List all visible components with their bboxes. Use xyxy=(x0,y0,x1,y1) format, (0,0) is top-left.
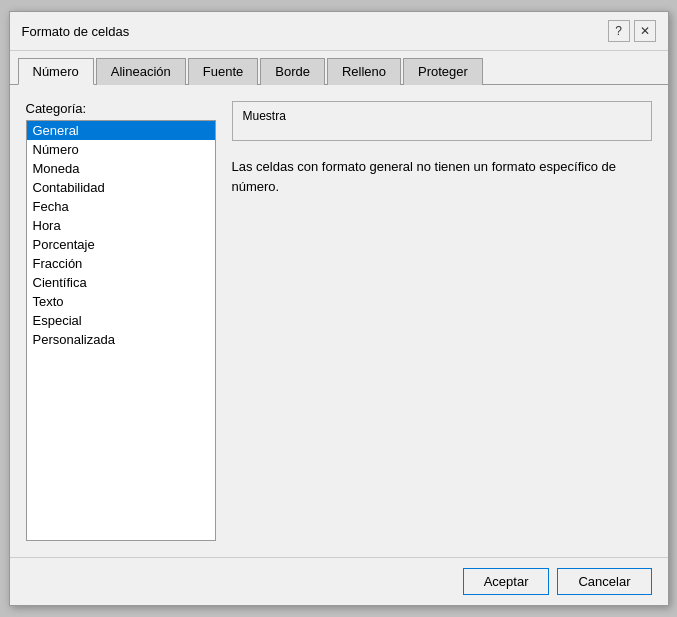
cancel-button[interactable]: Cancelar xyxy=(557,568,651,595)
list-item[interactable]: General xyxy=(27,121,215,140)
tab-nmero[interactable]: Número xyxy=(18,58,94,85)
right-panel: Muestra Las celdas con formato general n… xyxy=(232,101,652,541)
category-label: Categoría: xyxy=(26,101,216,116)
category-listbox[interactable]: GeneralNúmeroMonedaContabilidadFechaHora… xyxy=(26,120,216,541)
list-item[interactable]: Porcentaje xyxy=(27,235,215,254)
dialog-footer: Aceptar Cancelar xyxy=(10,557,668,605)
list-item[interactable]: Especial xyxy=(27,311,215,330)
list-item[interactable]: Fracción xyxy=(27,254,215,273)
tab-fuente[interactable]: Fuente xyxy=(188,58,258,85)
close-button[interactable]: ✕ xyxy=(634,20,656,42)
list-item[interactable]: Texto xyxy=(27,292,215,311)
tabs-bar: NúmeroAlineaciónFuenteBordeRellenoProteg… xyxy=(10,51,668,85)
list-item[interactable]: Moneda xyxy=(27,159,215,178)
left-panel: Categoría: GeneralNúmeroMonedaContabilid… xyxy=(26,101,216,541)
help-button[interactable]: ? xyxy=(608,20,630,42)
tab-borde[interactable]: Borde xyxy=(260,58,325,85)
list-item[interactable]: Científica xyxy=(27,273,215,292)
muestra-label: Muestra xyxy=(243,109,286,123)
format-cells-dialog: Formato de celdas ? ✕ NúmeroAlineaciónFu… xyxy=(9,11,669,606)
tab-relleno[interactable]: Relleno xyxy=(327,58,401,85)
dialog-title: Formato de celdas xyxy=(22,24,130,39)
muestra-group: Muestra xyxy=(232,101,652,141)
accept-button[interactable]: Aceptar xyxy=(463,568,550,595)
title-bar: Formato de celdas ? ✕ xyxy=(10,12,668,51)
tab-alineacin[interactable]: Alineación xyxy=(96,58,186,85)
dialog-body: Categoría: GeneralNúmeroMonedaContabilid… xyxy=(10,85,668,557)
tab-proteger[interactable]: Proteger xyxy=(403,58,483,85)
title-buttons: ? ✕ xyxy=(608,20,656,42)
list-item[interactable]: Hora xyxy=(27,216,215,235)
list-item[interactable]: Contabilidad xyxy=(27,178,215,197)
list-item[interactable]: Fecha xyxy=(27,197,215,216)
main-content: Categoría: GeneralNúmeroMonedaContabilid… xyxy=(26,101,652,541)
list-item[interactable]: Número xyxy=(27,140,215,159)
list-item[interactable]: Personalizada xyxy=(27,330,215,349)
description-text: Las celdas con formato general no tienen… xyxy=(232,157,652,196)
